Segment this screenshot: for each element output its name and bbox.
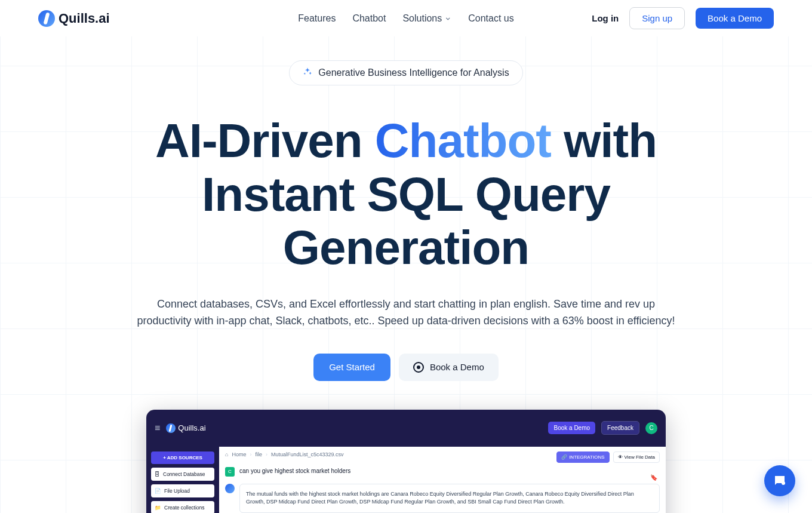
file-upload-item: 📄File Upload [151, 484, 214, 497]
home-icon: ⌂ [225, 451, 228, 457]
shot-body: + ADD SOURCES 🗄Connect Database 📄File Up… [146, 447, 666, 513]
hero: Generative Business Intelligence for Ana… [0, 36, 812, 513]
add-sources-button: + ADD SOURCES [151, 451, 214, 464]
chat-icon [773, 474, 787, 488]
nav-contact[interactable]: Contact us [468, 13, 513, 24]
hero-headline: AI-Driven Chatbot with Instant SQL Query… [107, 114, 705, 275]
user-message: can you give highest stock market holder… [239, 467, 350, 476]
get-started-button[interactable]: Get Started [313, 354, 390, 381]
nav-solutions[interactable]: Solutions [402, 13, 451, 24]
book-demo-button[interactable]: Book a Demo [696, 8, 774, 29]
signup-button[interactable]: Sign up [629, 7, 685, 29]
menu-icon: ≡ [155, 423, 160, 434]
brand-name: Quills.ai [59, 11, 110, 26]
book-demo-secondary-button[interactable]: Book a Demo [399, 354, 499, 381]
shot-book-demo-chip: Book a Demo [548, 422, 595, 434]
sparkle-icon [303, 67, 312, 79]
connect-db-item: 🗄Connect Database [151, 468, 214, 481]
shot-top-right-tags: 🔗INTEGRATIONS 👁View File Data [556, 451, 660, 463]
link-icon: 🔗 [561, 454, 567, 460]
nav-links: Features Chatbot Solutions Contact us [298, 13, 514, 24]
view-file-tag: 👁View File Data [613, 451, 660, 463]
bot-reply-row: The mutual funds with the highest stock … [225, 484, 660, 513]
collections-item: 📁Create collections [151, 501, 214, 513]
shot-sidebar: + ADD SOURCES 🗄Connect Database 📄File Up… [146, 447, 219, 513]
eye-icon: 👁 [618, 454, 623, 460]
logo-icon [38, 10, 55, 27]
product-screenshot: ≡ Quills.ai Book a Demo Feedback C + ADD… [146, 410, 666, 513]
svg-point-0 [782, 481, 785, 485]
file-icon: 📄 [155, 488, 161, 494]
folder-icon: 📁 [155, 505, 161, 511]
bookmark-icon: 🔖 [650, 474, 657, 481]
record-icon [413, 362, 424, 373]
chevron-down-icon [444, 15, 451, 22]
hero-subtext: Connect databases, CSVs, and Excel effor… [131, 296, 681, 330]
bot-reply: The mutual funds with the highest stock … [239, 484, 660, 513]
integrations-tag: 🔗INTEGRATIONS [556, 451, 609, 463]
shot-main: ⌂ Home › file › MutualFundList_c5c43329.… [219, 447, 666, 513]
shot-logo: Quills.ai [166, 423, 205, 433]
shot-feedback-chip: Feedback [601, 421, 639, 435]
chat-fab[interactable] [764, 465, 795, 496]
pill-text: Generative Business Intelligence for Ana… [318, 67, 509, 78]
nav-chatbot[interactable]: Chatbot [352, 13, 386, 24]
database-icon: 🗄 [155, 471, 160, 477]
login-link[interactable]: Log in [592, 13, 619, 23]
user-avatar: C [225, 467, 235, 477]
brand-logo[interactable]: Quills.ai [38, 10, 110, 27]
top-nav: Quills.ai Features Chatbot Solutions Con… [0, 0, 812, 36]
bot-avatar [225, 484, 235, 493]
logo-icon [166, 423, 176, 433]
hero-pill: Generative Business Intelligence for Ana… [289, 60, 522, 85]
cta-row: Get Started Book a Demo [313, 354, 499, 381]
nav-features[interactable]: Features [298, 13, 336, 24]
nav-actions: Log in Sign up Book a Demo [592, 7, 774, 29]
shot-avatar: C [645, 422, 657, 434]
user-message-row: C can you give highest stock market hold… [225, 467, 660, 477]
shot-topbar: ≡ Quills.ai Book a Demo Feedback C [146, 410, 666, 447]
